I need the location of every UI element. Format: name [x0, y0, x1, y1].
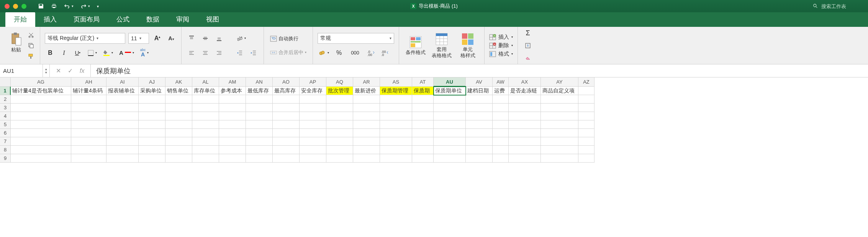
cell-AU5[interactable] [434, 120, 466, 129]
search-input[interactable] [821, 3, 863, 10]
cell-AS1[interactable]: 保质期管理 [380, 87, 412, 95]
cell-AN8[interactable] [246, 146, 273, 154]
row-header-7[interactable]: 7 [0, 137, 11, 146]
cell-AH9[interactable] [71, 154, 106, 163]
cell-AS8[interactable] [380, 146, 412, 154]
cell-AR9[interactable] [353, 154, 380, 163]
column-header-AG[interactable]: AG [11, 77, 71, 87]
cell-AV3[interactable] [466, 104, 493, 112]
cell-AP2[interactable] [300, 95, 326, 104]
cell-AQ4[interactable] [326, 112, 353, 120]
cell-AX9[interactable] [509, 154, 541, 163]
cell-AJ1[interactable]: 采购单位 [139, 87, 165, 95]
cell-AY3[interactable] [541, 104, 578, 112]
cell-AY2[interactable] [541, 95, 578, 104]
row-header-6[interactable]: 6 [0, 129, 11, 137]
cell-AT3[interactable] [412, 104, 434, 112]
cell-AT2[interactable] [412, 95, 434, 104]
cell-AV2[interactable] [466, 95, 493, 104]
column-header-AT[interactable]: AT [412, 77, 434, 87]
redo-button[interactable]: ▾ [80, 3, 90, 9]
cell-AN4[interactable] [246, 112, 273, 120]
cell-AW8[interactable] [493, 146, 509, 154]
tab-layout[interactable]: 页面布局 [65, 12, 108, 27]
cell-AJ5[interactable] [139, 120, 165, 129]
phonetic-button[interactable]: abcA▾ [139, 48, 151, 58]
cell-AI3[interactable] [106, 104, 139, 112]
cell-AO6[interactable] [273, 129, 300, 137]
save-button[interactable] [38, 3, 44, 9]
row-header-4[interactable]: 4 [0, 112, 11, 120]
cell-AZ9[interactable] [578, 154, 594, 163]
cell-AH4[interactable] [71, 112, 106, 120]
cell-AS4[interactable] [380, 112, 412, 120]
cell-AQ2[interactable] [326, 95, 353, 104]
cell-AH6[interactable] [71, 129, 106, 137]
cell-AZ8[interactable] [578, 146, 594, 154]
cell-AN3[interactable] [246, 104, 273, 112]
name-box-spin[interactable]: ▴▾ [43, 64, 50, 77]
column-header-AN[interactable]: AN [246, 77, 273, 87]
cell-AO2[interactable] [273, 95, 300, 104]
cell-AW5[interactable] [493, 120, 509, 129]
cell-AW2[interactable] [493, 95, 509, 104]
row-header-9[interactable]: 9 [0, 154, 11, 163]
cell-AT9[interactable] [412, 154, 434, 163]
cell-AJ6[interactable] [139, 129, 165, 137]
cell-AO9[interactable] [273, 154, 300, 163]
cell-AH8[interactable] [71, 146, 106, 154]
cell-AK3[interactable] [165, 104, 192, 112]
cell-AJ2[interactable] [139, 95, 165, 104]
cell-AP9[interactable] [300, 154, 326, 163]
cell-AU9[interactable] [434, 154, 466, 163]
minimize-window-button[interactable] [13, 4, 18, 9]
column-header-AY[interactable]: AY [541, 77, 578, 87]
cell-AK9[interactable] [165, 154, 192, 163]
copy-button[interactable] [27, 41, 35, 50]
tab-data[interactable]: 数据 [138, 12, 168, 27]
cell-AZ1[interactable] [578, 87, 594, 95]
row-header-8[interactable]: 8 [0, 146, 11, 154]
cell-AN6[interactable] [246, 129, 273, 137]
cell-AM3[interactable] [219, 104, 246, 112]
cell-AY8[interactable] [541, 146, 578, 154]
cell-AO5[interactable] [273, 120, 300, 129]
column-header-AV[interactable]: AV [466, 77, 493, 87]
insert-cells-button[interactable]: + 插入▾ [489, 34, 513, 41]
cell-AX5[interactable] [509, 120, 541, 129]
decrease-decimal-button[interactable]: .00.0 [380, 48, 390, 58]
cell-AU8[interactable] [434, 146, 466, 154]
align-center-button[interactable] [200, 48, 211, 58]
tab-formulas[interactable]: 公式 [108, 12, 138, 27]
increase-indent-button[interactable] [248, 48, 259, 58]
row-header-1[interactable]: 1 [0, 87, 11, 95]
cell-AU2[interactable] [434, 95, 466, 104]
comma-button[interactable]: 000 [347, 48, 363, 58]
cell-AN7[interactable] [246, 137, 273, 146]
cell-AP5[interactable] [300, 120, 326, 129]
fill-color-button[interactable]: ▾ [102, 48, 115, 58]
cell-AN9[interactable] [246, 154, 273, 163]
tab-review[interactable]: 审阅 [168, 12, 198, 27]
cell-AS6[interactable] [380, 129, 412, 137]
autosum-button[interactable]: Σ [522, 28, 533, 39]
conditional-formatting-button[interactable]: 条件格式 [404, 34, 427, 57]
cell-AQ8[interactable] [326, 146, 353, 154]
increase-decimal-button[interactable]: .0.00 [366, 48, 377, 58]
cell-AY1[interactable]: 商品自定义项 [541, 87, 578, 95]
cell-AM5[interactable] [219, 120, 246, 129]
cell-AQ1[interactable]: 批次管理 [326, 87, 353, 95]
undo-button[interactable]: ▾ [64, 3, 74, 9]
clear-button[interactable] [522, 53, 533, 63]
cell-AW4[interactable] [493, 112, 509, 120]
cell-AM4[interactable] [219, 112, 246, 120]
column-header-AJ[interactable]: AJ [139, 77, 165, 87]
cell-AX2[interactable] [509, 95, 541, 104]
cell-AX4[interactable] [509, 112, 541, 120]
cell-AR6[interactable] [353, 129, 380, 137]
cell-AX1[interactable]: 是否走冻链 [509, 87, 541, 95]
column-header-AI[interactable]: AI [106, 77, 139, 87]
cell-AG8[interactable] [11, 146, 71, 154]
italic-button[interactable]: I [59, 48, 69, 58]
cell-AM2[interactable] [219, 95, 246, 104]
